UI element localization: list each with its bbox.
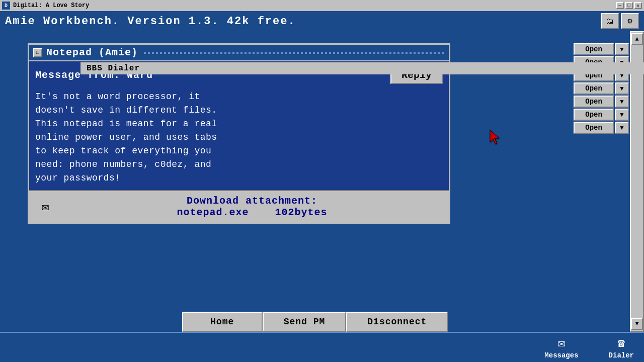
bbs-dialer-label: BBS Dialer <box>87 64 140 73</box>
home-button[interactable]: Home <box>182 312 263 332</box>
messages-taskbar-item[interactable]: ✉ Messages <box>544 336 578 359</box>
title-bar: D Digital: A Love Story — □ ✕ <box>0 0 644 11</box>
attachment-label: Download attachment: <box>187 195 317 207</box>
menu-bar-icons: 🗂 ⚙ <box>601 13 639 29</box>
scroll-down-button[interactable]: ▼ <box>631 318 643 330</box>
title-bar-buttons: — □ ✕ <box>616 2 642 9</box>
bbs-dialer-tab[interactable]: BBS Dialer <box>80 62 644 74</box>
open-arrow-5[interactable]: ▼ <box>615 96 629 108</box>
attachment-area[interactable]: ✉ Download attachment: notepad.exe 102by… <box>29 190 449 222</box>
app-icon: D <box>2 2 10 10</box>
message-text: It's not a word processor, itdoesn't sav… <box>35 92 217 183</box>
settings-icon-button[interactable]: ⚙ <box>621 13 639 29</box>
bottom-nav: Home Send PM Disconnect <box>0 312 630 332</box>
attachment-icon: ✉ <box>35 199 55 215</box>
open-arrow-7[interactable]: ▼ <box>615 122 629 134</box>
open-button-4[interactable]: Open <box>574 82 614 95</box>
envelope-icon: ✉ <box>42 200 49 214</box>
messages-icon: ✉ <box>558 336 565 350</box>
maximize-button[interactable]: □ <box>625 2 633 9</box>
attachment-text: Download attachment: notepad.exe 102byte… <box>61 195 443 218</box>
disconnect-button[interactable]: Disconnect <box>346 312 448 332</box>
open-btn-row-7: Open ▼ <box>574 122 629 134</box>
attachment-size: 102bytes <box>275 207 328 218</box>
messages-label: Messages <box>544 351 578 359</box>
dialer-icon: ☎ <box>618 336 625 350</box>
open-btn-row-6: Open ▼ <box>574 109 629 121</box>
notepad-title-bar: □ Notepad (Amie) <box>29 45 449 61</box>
folder-icon: 🗂 <box>606 17 614 26</box>
notepad-close-symbol: □ <box>36 50 39 55</box>
notepad-close-button[interactable]: □ <box>33 48 42 57</box>
notepad-title-decoration <box>142 52 445 54</box>
open-btn-row-5: Open ▼ <box>574 96 629 108</box>
minimize-button[interactable]: — <box>616 2 624 9</box>
window-title: Digital: A Love Story <box>13 2 89 9</box>
attachment-filename: notepad.exe <box>177 207 249 218</box>
app-icon-text: D <box>5 3 8 9</box>
open-button-5[interactable]: Open <box>574 96 614 108</box>
menu-bar: Amie Workbench. Version 1.3. 42k free. 🗂… <box>0 11 644 31</box>
open-btn-row-1: Open ▼ <box>574 43 629 55</box>
main-area: BBS Dialer Open ▼ Open ▼ Open ▼ Open ▼ O… <box>0 31 644 362</box>
workbench-title: Amie Workbench. Version 1.3. 42k free. <box>5 15 296 28</box>
open-buttons-panel: Open ▼ Open ▼ Open ▼ Open ▼ Open ▼ Open … <box>574 43 629 134</box>
open-btn-row-4: Open ▼ <box>574 82 629 95</box>
open-arrow-6[interactable]: ▼ <box>615 109 629 121</box>
send-pm-button[interactable]: Send PM <box>263 312 347 332</box>
title-bar-left: D Digital: A Love Story <box>2 2 89 10</box>
open-arrow-1[interactable]: ▼ <box>615 43 629 55</box>
scroll-up-button[interactable]: ▲ <box>631 33 643 45</box>
right-scrollbar: ▲ ▼ <box>630 31 644 332</box>
open-arrow-4[interactable]: ▼ <box>615 82 629 95</box>
dialer-taskbar-item[interactable]: ☎ Dialer <box>609 336 634 359</box>
message-area: Message from: Ward Reply It's not a word… <box>29 61 449 190</box>
open-button-7[interactable]: Open <box>574 122 614 134</box>
open-button-1[interactable]: Open <box>574 43 614 55</box>
message-body: It's not a word processor, itdoesn't sav… <box>35 90 443 185</box>
settings-icon: ⚙ <box>627 16 632 26</box>
close-button[interactable]: ✕ <box>634 2 642 9</box>
open-button-6[interactable]: Open <box>574 109 614 121</box>
folder-icon-button[interactable]: 🗂 <box>601 13 619 29</box>
dialer-label: Dialer <box>609 351 634 359</box>
notepad-title: Notepad (Amie) <box>46 47 138 58</box>
bottom-taskbar: ✉ Messages ☎ Dialer <box>0 332 644 362</box>
svg-marker-0 <box>490 130 499 144</box>
